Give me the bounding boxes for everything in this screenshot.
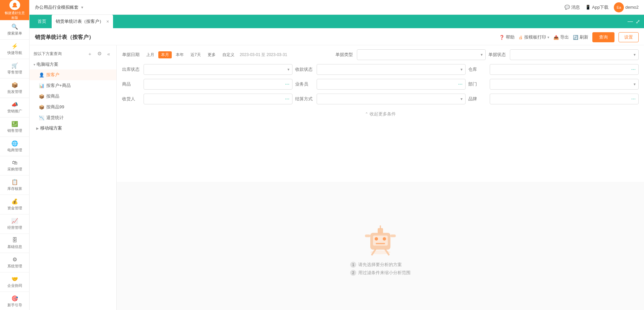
filter-item-by-customer[interactable]: 👤 按客户 xyxy=(30,69,116,80)
order-status-select[interactable]: ▾ xyxy=(510,49,639,60)
sidebar-item-system[interactable]: ⚙ 系统管理 xyxy=(0,253,29,272)
by-product-99-icon: 📦 xyxy=(39,105,44,110)
svg-rect-10 xyxy=(390,235,396,237)
sidebar-item-marketing[interactable]: 📣 营销推广 xyxy=(0,98,29,117)
department-select[interactable]: ▾ xyxy=(490,79,639,90)
sidebar-item-basic[interactable]: 🗄 基础信息 xyxy=(0,234,29,253)
brand-select[interactable]: ··· xyxy=(490,94,639,104)
return-stats-label: 退货统计 xyxy=(46,115,64,121)
top-header-left: 办公用品行业模拟账套 ▾ xyxy=(35,4,83,10)
salesperson-field: 业务员 ··· xyxy=(295,79,466,90)
industry-title: 办公用品行业模拟账套 xyxy=(35,4,78,10)
operations-icon: 📈 xyxy=(11,218,18,224)
warehouse-select[interactable]: ··· xyxy=(490,64,639,75)
message-button[interactable]: 💬 消息 xyxy=(565,4,580,10)
desktop-group-header[interactable]: ▾ 电脑端方案 xyxy=(30,59,116,69)
sidebar-item-operations[interactable]: 📈 经营管理 xyxy=(0,214,29,234)
order-type-field: 单据类型 ▾ xyxy=(335,49,486,60)
tab-active[interactable]: 销货单统计表（按客户） × xyxy=(52,15,113,28)
sidebar-item-label: 资金管理 xyxy=(7,206,22,211)
order-type-select[interactable]: ▾ xyxy=(357,49,486,60)
tab-maximize-icon[interactable]: ⤢ xyxy=(636,18,640,25)
filter-sidebar-icons: + ⚙ « xyxy=(86,50,112,57)
collapse-button[interactable]: ⌃ 收起更多条件 xyxy=(122,108,639,120)
export-button[interactable]: 📤 导出 xyxy=(553,34,569,40)
sidebar-item-label: 电商管理 xyxy=(7,148,22,153)
wholesale-icon: 📦 xyxy=(11,82,18,88)
marketing-icon: 📣 xyxy=(11,101,18,108)
salesperson-select[interactable]: ··· xyxy=(317,79,466,90)
filter-item-by-customer-product[interactable]: 📊 按客户+商品 xyxy=(30,80,116,91)
sidebar-item-quick-nav[interactable]: ⚡ 快捷导航 xyxy=(0,40,29,59)
search-icon: 🔍 xyxy=(11,23,18,30)
filter-item-return-stats[interactable]: 📉 退货统计 xyxy=(30,112,116,123)
filter-item-by-product[interactable]: 📦 按商品 xyxy=(30,91,116,102)
logo: 畅捷通好生意 标版 xyxy=(0,0,30,20)
app-download-button[interactable]: 📱 App下载 xyxy=(585,4,608,10)
date-btn-last-month[interactable]: 上月 xyxy=(144,51,157,58)
filter-item-by-product-99[interactable]: 📦 按商品99 xyxy=(30,102,116,112)
add-scheme-button[interactable]: + xyxy=(86,50,94,57)
empty-tips: 1 请先选择要分析的方案 2 用过滤条件来缩小分析范围 xyxy=(350,262,411,276)
date-btn-this-year[interactable]: 本年 xyxy=(173,51,186,58)
collapse-up-icon: ⌃ xyxy=(365,112,368,116)
tab-home[interactable]: 首页 xyxy=(32,15,52,28)
sidebar-item-label: 搜索菜单 xyxy=(7,31,22,36)
sidebar-item-inventory[interactable]: 📋 库存核算 xyxy=(0,175,29,195)
date-btn-last-7-days[interactable]: 近7天 xyxy=(188,51,204,58)
print-button[interactable]: 🖨 按模板打印 ▾ xyxy=(519,34,549,40)
sidebar-item-enterprise[interactable]: 🤝 企业协同 xyxy=(0,272,29,292)
settings-button[interactable]: 设置 xyxy=(619,32,639,42)
date-field: 单据日期 上月 本月 本年 近7天 更多 自定义 2023-03-01 至 20… xyxy=(122,51,333,58)
date-btn-this-month[interactable]: 本月 xyxy=(158,51,172,58)
warehouse-dots[interactable]: ··· xyxy=(631,66,636,72)
tab-close-button[interactable]: × xyxy=(106,19,109,24)
guide-icon: 🎯 xyxy=(11,295,18,302)
user-name-label: demo2 xyxy=(625,5,639,10)
product-select[interactable]: ··· xyxy=(144,79,292,90)
sidebar-item-purchase[interactable]: 🛍 采购管理 xyxy=(0,156,29,175)
filter-row-3: 商品 ··· 业务员 ··· xyxy=(122,79,639,90)
tab-minimize-icon[interactable]: — xyxy=(628,18,633,24)
print-dropdown-icon[interactable]: ▾ xyxy=(547,35,549,40)
collapse-sidebar-button[interactable]: « xyxy=(105,50,112,57)
query-button[interactable]: 查询 xyxy=(592,32,614,42)
svg-point-5 xyxy=(383,237,386,241)
dropdown-arrow[interactable]: ▾ xyxy=(81,5,83,10)
print-icon: 🖨 xyxy=(519,35,523,40)
date-btn-more[interactable]: 更多 xyxy=(205,51,218,58)
settlement-select[interactable]: ▾ xyxy=(317,94,466,104)
out-status-select[interactable]: ▾ xyxy=(144,64,292,75)
recipient-label: 收货人 xyxy=(122,96,141,102)
sidebar-item-ecommerce[interactable]: 🌐 电商管理 xyxy=(0,137,29,156)
return-stats-icon: 📉 xyxy=(39,115,44,120)
refresh-button[interactable]: 🔄 刷新 xyxy=(573,34,588,40)
app-download-label: App下载 xyxy=(592,4,608,10)
page-header: 销货单统计表（按客户） ❓ 帮助 🖨 按模板打印 ▾ 📤 导出 🔄 刷新 xyxy=(30,28,644,45)
sidebar-item-finance[interactable]: 💰 资金管理 xyxy=(0,195,29,214)
product-dots[interactable]: ··· xyxy=(285,81,289,87)
desktop-filter-group: ▾ 电脑端方案 👤 按客户 📊 按客户+商品 📦 按商品 xyxy=(30,59,116,123)
sidebar-item-sales[interactable]: 💹 销售管理 xyxy=(0,117,29,137)
by-customer-product-label: 按客户+商品 xyxy=(46,83,71,89)
mobile-group-header[interactable]: ▶ 移动端方案 xyxy=(30,123,116,133)
warehouse-field: 仓库 ··· xyxy=(468,64,639,75)
export-label: 导出 xyxy=(560,34,569,40)
sidebar-item-guide[interactable]: 🎯 新手引导 xyxy=(0,292,29,310)
recipient-dots[interactable]: ··· xyxy=(285,96,289,102)
user-menu-button[interactable]: Ea demo2 xyxy=(614,2,639,12)
salesperson-dots[interactable]: ··· xyxy=(458,81,463,87)
date-btn-custom[interactable]: 自定义 xyxy=(220,51,237,58)
sidebar-item-wholesale[interactable]: 📦 批发管理 xyxy=(0,79,29,98)
svg-point-4 xyxy=(375,237,378,241)
help-button[interactable]: ❓ 帮助 xyxy=(499,34,515,40)
sidebar-item-search[interactable]: 🔍 搜索菜单 xyxy=(0,20,29,40)
receipt-status-select[interactable]: ▾ xyxy=(317,64,466,75)
settings-scheme-button[interactable]: ⚙ xyxy=(96,50,103,57)
tip-num-1: 1 xyxy=(350,262,356,268)
brand-dots[interactable]: ··· xyxy=(631,96,636,102)
sidebar-item-retail[interactable]: 🛒 零售管理 xyxy=(0,59,29,79)
avatar-text: Ea xyxy=(617,5,621,9)
recipient-select[interactable]: ··· xyxy=(144,94,292,104)
right-panel: 单据日期 上月 本月 本年 近7天 更多 自定义 2023-03-01 至 20… xyxy=(117,45,644,310)
